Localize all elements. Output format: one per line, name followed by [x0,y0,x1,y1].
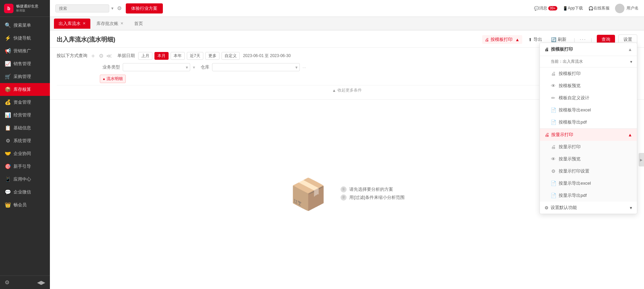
warehouse-label: 仓库 [201,64,209,70]
user-profile[interactable]: 用户名 [615,4,639,13]
dropdown-item-template-preview[interactable]: 👁按模板预览 [540,80,637,92]
sidebar-item-label-inventory: 库存核算 [13,86,31,93]
newbie-icon: 🎯 [5,163,11,169]
sidebar-item-label-appstore: 应用中心 [13,176,31,182]
sidebar-item-label-basic: 基础信息 [13,125,31,131]
sidebar-item-label-coop: 企业协同 [13,151,31,157]
tab-close-flow[interactable]: ✕ [83,21,86,26]
sales-icon: 📈 [5,61,11,67]
sidebar-item-purchase[interactable]: 🛒采购管理 [0,70,50,83]
dropdown-item-template-print[interactable]: 🖨按模板打印 [540,68,637,80]
flow-type-select[interactable] [123,63,190,71]
display-pdf-icon: 📄 [551,193,556,198]
refresh-icon: 🔄 [551,37,556,42]
tab-home[interactable]: 首页 [129,19,148,29]
online-service-button[interactable]: 🎧 在线客服 [588,5,610,11]
template-preview-icon: 👁 [551,83,556,88]
dropdown-item-template-custom[interactable]: ✏模板自定义设计 [540,92,637,104]
sidebar-item-inventory[interactable]: 📦库存核算 [0,83,50,96]
tab-label-flow: 出入库流水 [59,21,81,27]
filter-add-icon[interactable]: ＋ [90,52,96,60]
sidebar-item-newbie[interactable]: 🎯新手引导 [0,160,50,173]
dropdown-item-template-excel[interactable]: 📄按模板导出excel [540,104,637,116]
sidebar-item-finance[interactable]: 💰资金管理 [0,96,50,109]
dropdown-item-display-settings[interactable]: ⚙按显示打印设置 [540,165,637,177]
logo-icon: b [4,4,13,13]
template-section: 🖨按模板打印👁按模板预览✏模板自定义设计📄按模板导出excel📄按模板导出pdf [540,68,637,129]
sidebar-item-label-sales: 销售管理 [13,61,31,67]
finance-icon: 💰 [5,99,11,105]
search-dropdown-icon[interactable]: ▾ [111,6,114,11]
tab-close-batch[interactable]: ✕ [120,21,123,26]
step-number-1: ① [341,186,347,192]
flow-type-dropdown-icon[interactable]: ▾ [193,65,195,70]
filter-collapse-icon[interactable]: ≪ [106,53,112,59]
dropdown-item-display-pdf[interactable]: 📄按显示导出pdf [540,189,637,202]
display-excel-icon: 📄 [551,181,556,186]
sidebar-item-wecom[interactable]: 💬企业微信 [0,186,50,199]
filter-settings-icon[interactable]: ⚙ [99,53,104,59]
appstore-icon: 📱 [5,176,11,182]
warehouse-select[interactable] [212,63,300,71]
date-btn-上月[interactable]: 上月 [138,52,152,60]
sidebar-item-basic[interactable]: 📋基础信息 [0,122,50,134]
date-btn-更多[interactable]: 更多 [205,52,219,60]
sidebar-item-quick-nav[interactable]: ⚡快捷导航 [0,32,50,45]
app-download-button[interactable]: 📱 App下载 [563,5,583,11]
sidebar-item-label-purchase: 采购管理 [13,74,31,80]
dropdown-item-display-preview[interactable]: 👁按显示预览 [540,153,637,165]
date-btn-近7天[interactable]: 近7天 [187,52,203,60]
sidebar-item-system[interactable]: ⚙系统管理 [0,134,50,147]
main-area: ▾ ⚙ 体验行业方案 💬 消息 99+ 📱 App下载 🎧 在线客服 用户名 [50,0,644,289]
dropdown-footer[interactable]: ⚙ 设置默认功能 ▾ [540,202,637,214]
collapse-icon[interactable]: ◀▶ [37,279,45,286]
sidebar-item-label-wecom: 企业微信 [13,189,31,195]
settings-icon[interactable]: ⚙ [5,279,9,286]
member-icon: 👑 [5,202,11,208]
sidebar-item-label-ops: 经营管理 [13,112,31,118]
right-edge-collapse[interactable]: ▶ [639,153,644,166]
dropdown-expand-icon[interactable]: ▲ [628,47,632,52]
page-title: 出入库流水(流水明细) [57,35,115,44]
sidebar-item-appstore[interactable]: 📱应用中心 [0,173,50,186]
dropdown-header: 🖨 按模板打印 ▲ [540,43,637,56]
template-pdf-icon: 📄 [551,120,556,125]
industry-solution-button[interactable]: 体验行业方案 [126,3,163,14]
sidebar-item-ops[interactable]: 📊经营管理 [0,109,50,122]
sidebar-item-member[interactable]: 👑畅会员 [0,199,50,211]
print-template-button[interactable]: 🖨 按模板打印 ▲ [482,35,522,44]
topbar-gear-icon[interactable]: ⚙ [117,5,122,11]
print-dropdown-panel: 🖨 按模板打印 ▲ 当前：出入库流水 ▾ 🖨按模板打印👁按模板预览✏模板自定义设… [539,43,637,214]
date-btn-本年[interactable]: 本年 [171,52,185,60]
tab-batch[interactable]: 库存批次账✕ [92,19,128,29]
tab-flow[interactable]: 出入库流水✕ [54,19,90,29]
display-print-icon: 🖨 [551,144,556,150]
display-section-header[interactable]: 🖨 按显示打印 ▲ [540,129,637,141]
phone-icon: 📱 [563,6,568,11]
more-actions-button[interactable]: ··· [580,36,586,43]
empty-step-2: ② 用[过滤]条件来缩小分析范围 [341,194,404,201]
date-btn-自定义[interactable]: 自定义 [222,52,240,60]
sidebar-item-sales[interactable]: 📈销售管理 [0,57,50,70]
sidebar-item-marketing[interactable]: 📢营销推广 [0,45,50,57]
ops-icon: 📊 [5,112,11,118]
search-input[interactable] [55,4,109,12]
step-number-2: ② [341,194,347,201]
display-settings-icon: ⚙ [551,168,556,174]
date-btn-本月[interactable]: 本月 [154,52,169,60]
template-print-icon: 🖨 [551,71,556,76]
sidebar-item-label-newbie: 新手引导 [13,163,31,169]
dropdown-item-template-pdf[interactable]: 📄按模板导出pdf [540,116,637,128]
sidebar-item-search[interactable]: 🔍搜索菜单 [0,19,50,32]
expand-icon: ▲ [515,37,520,42]
sidebar-item-coop[interactable]: 🤝企业协同 [0,147,50,160]
tabbar: 出入库流水✕库存批次账✕首页 ⤢ ✕ [50,17,644,30]
search-icon: 🔍 [5,22,11,28]
dropdown-item-display-print[interactable]: 🖨按显示打印 [540,141,637,153]
dropdown-item-display-excel[interactable]: 📄按显示导出excel [540,177,637,189]
message-button[interactable]: 💬 消息 99+ [534,5,557,11]
display-section-collapse-icon: ▲ [628,132,632,137]
flow-detail-tag[interactable]: ● 流水明细 [100,75,126,83]
warehouse-more-icon[interactable]: ··· [302,65,306,70]
dropdown-current-template: 当前：出入库流水 ▾ [540,56,637,68]
